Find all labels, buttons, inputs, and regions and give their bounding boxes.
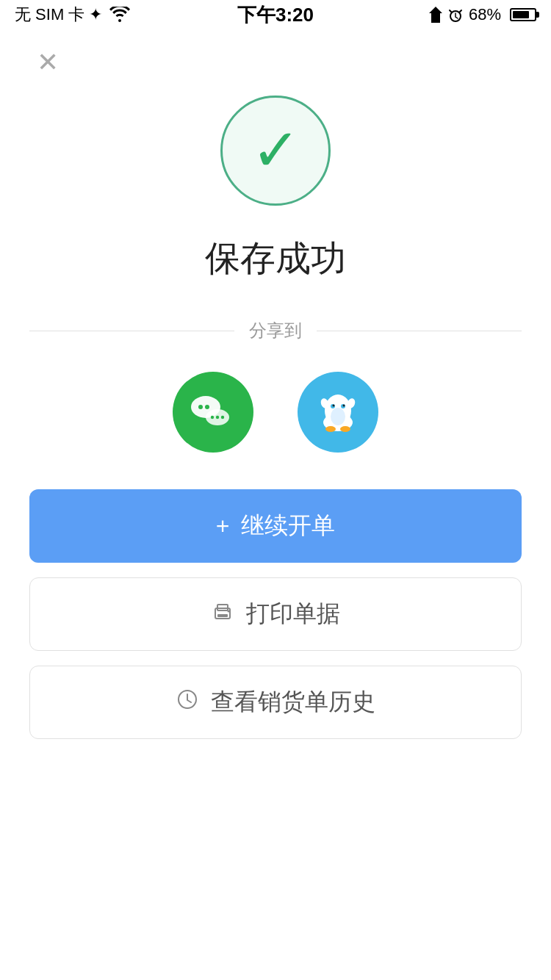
wechat-share-button[interactable] bbox=[173, 372, 253, 453]
history-icon bbox=[176, 688, 199, 717]
qq-icon bbox=[314, 389, 362, 436]
battery-icon bbox=[510, 8, 536, 21]
share-label: 分享到 bbox=[234, 319, 317, 342]
action-section: + 继续开单 打印单据 查看销货单历史 bbox=[29, 489, 522, 768]
location-icon bbox=[429, 7, 442, 23]
svg-point-5 bbox=[210, 415, 213, 418]
svg-point-16 bbox=[325, 426, 336, 432]
close-icon: ✕ bbox=[37, 49, 59, 76]
print-label: 打印单据 bbox=[246, 598, 340, 630]
sim-text: 无 SIM 卡 ✦ bbox=[15, 4, 102, 26]
status-time: 下午3:20 bbox=[237, 2, 314, 28]
history-label: 查看销货单历史 bbox=[211, 686, 375, 718]
print-icon bbox=[211, 599, 234, 629]
checkmark-icon: ✓ bbox=[251, 121, 300, 180]
share-divider: 分享到 bbox=[29, 319, 522, 342]
share-icons bbox=[29, 372, 522, 453]
status-left: 无 SIM 卡 ✦ bbox=[15, 4, 130, 26]
success-circle: ✓ bbox=[220, 96, 331, 206]
print-button[interactable]: 打印单据 bbox=[29, 577, 522, 651]
svg-point-17 bbox=[340, 426, 350, 432]
continue-label: 继续开单 bbox=[241, 510, 335, 542]
wifi-icon bbox=[109, 7, 130, 23]
svg-point-11 bbox=[332, 404, 334, 406]
svg-point-7 bbox=[220, 415, 223, 418]
success-title: 保存成功 bbox=[205, 235, 346, 282]
svg-point-3 bbox=[205, 405, 209, 409]
main-content: ✓ 保存成功 分享到 bbox=[0, 81, 551, 980]
battery-percent: 68% bbox=[469, 5, 501, 24]
plus-icon: + bbox=[216, 513, 230, 540]
alarm-icon bbox=[448, 7, 463, 22]
share-section: 分享到 bbox=[29, 319, 522, 453]
svg-point-2 bbox=[198, 405, 203, 409]
close-area: ✕ bbox=[0, 29, 551, 81]
svg-point-15 bbox=[331, 408, 345, 425]
history-button[interactable]: 查看销货单历史 bbox=[29, 666, 522, 739]
svg-rect-22 bbox=[217, 614, 228, 617]
status-right: 68% bbox=[429, 5, 536, 24]
svg-point-12 bbox=[342, 404, 345, 406]
svg-point-6 bbox=[215, 415, 218, 418]
close-button[interactable]: ✕ bbox=[29, 44, 66, 81]
svg-point-23 bbox=[228, 610, 230, 613]
wechat-icon bbox=[190, 392, 237, 433]
status-bar: 无 SIM 卡 ✦ 下午3:20 68% bbox=[0, 0, 551, 29]
qq-share-button[interactable] bbox=[298, 372, 378, 453]
continue-button[interactable]: + 继续开单 bbox=[29, 489, 522, 563]
